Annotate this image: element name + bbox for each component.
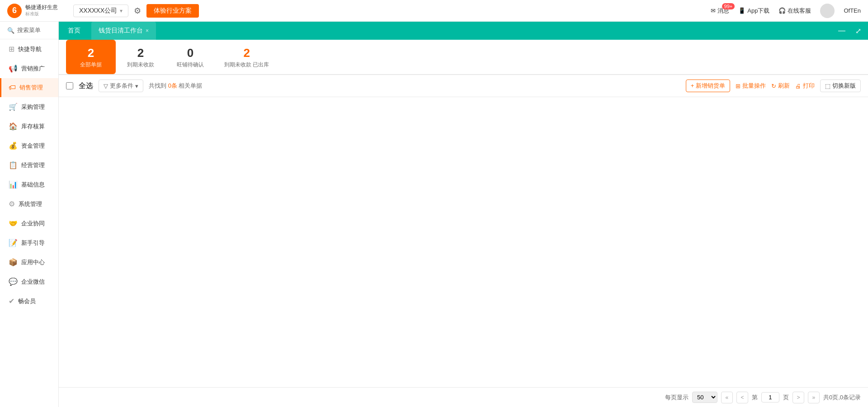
sidebar-item-operations[interactable]: 📋 经营管理: [0, 155, 58, 175]
tab-home[interactable]: 首页: [59, 22, 90, 40]
result-suffix: 相关单据: [179, 82, 202, 89]
sidebar-item-quick-nav[interactable]: ⊞ 快捷导航: [0, 39, 58, 59]
refresh-icon: ↻: [771, 83, 776, 89]
first-page-button[interactable]: «: [721, 392, 733, 403]
company-name: XXXXXX公司: [79, 7, 117, 15]
sidebar-item-purchase[interactable]: 🛒 采购管理: [0, 97, 58, 117]
search-label: 搜索菜单: [17, 26, 41, 34]
finance-icon: 💰: [9, 141, 18, 150]
inventory-label: 库存核算: [21, 122, 45, 131]
sidebar-item-inventory[interactable]: 🏠 库存核算: [0, 117, 58, 136]
company-selector[interactable]: XXXXXX公司 ▾: [73, 5, 128, 17]
avatar[interactable]: [820, 4, 835, 18]
page-size-label: 每页显示: [665, 393, 689, 402]
wechat-label: 企业微信: [21, 278, 45, 286]
result-count: 0条: [168, 82, 177, 89]
sidebar-item-member[interactable]: ✔ 畅会员: [0, 291, 58, 311]
tab-workbench[interactable]: 钱货日清工作台 ×: [91, 22, 156, 40]
online-service-button[interactable]: 🎧 在线客服: [778, 7, 811, 15]
marketing-label: 营销推广: [21, 65, 45, 73]
stats-tabs-container: 2 全部单据 2 到期未收款 0 旺铺待确认 2 到期未收款 已出库: [59, 40, 868, 75]
toolbar: 全选 ▽ 更多条件 ▾ 共找到 0条 相关单据 + 新增销货单 ⊞ 批量操作 ↻…: [59, 75, 868, 97]
sidebar-item-marketing[interactable]: 📢 营销推广: [0, 59, 58, 78]
sidebar-item-finance[interactable]: 💰 资金管理: [0, 136, 58, 155]
sidebar-search[interactable]: 🔍 搜索菜单: [0, 22, 58, 39]
logo-text-group: 畅捷通好生意 标准版: [25, 4, 58, 18]
footer-pagination: 每页显示 50 100 200 « < 第 页 > » 共0页,0条记录: [59, 387, 868, 407]
refresh-label: 刷新: [778, 82, 790, 90]
filter-dropdown-icon: ▾: [135, 83, 138, 89]
basic-info-label: 基础信息: [21, 181, 45, 189]
page-size-select[interactable]: 50 100 200: [692, 392, 717, 403]
settings-button[interactable]: ⚙: [134, 6, 141, 16]
inventory-icon: 🏠: [9, 122, 18, 131]
tab-workbench-label: 钱货日清工作台: [99, 27, 143, 35]
tab-overdue-label: 到期未收款: [125, 61, 156, 69]
tab-pending-num: 0: [175, 46, 206, 60]
logo-sub: 标准版: [25, 11, 58, 17]
page-suffix: 页: [783, 393, 789, 402]
search-icon: 🔍: [7, 27, 14, 34]
guide-label: 新手引导: [21, 239, 45, 247]
sidebar-item-system[interactable]: ⚙ 系统管理: [0, 194, 58, 214]
content-area: [59, 97, 868, 387]
tab-overdue-shipped-label: 到期未收款 已出库: [224, 61, 269, 69]
batch-icon: ⊞: [736, 83, 741, 89]
sidebar-item-wechat[interactable]: 💬 企业微信: [0, 272, 58, 291]
logo-text: 畅捷通好生意: [25, 4, 58, 11]
sidebar-item-cooperation[interactable]: 🤝 企业协同: [0, 214, 58, 233]
app-download-button[interactable]: 📱 App下载: [738, 7, 769, 15]
system-label: 系统管理: [19, 200, 42, 208]
finance-label: 资金管理: [21, 142, 45, 150]
guide-icon: 📝: [9, 239, 18, 247]
page-label: 第: [752, 393, 758, 402]
service-label: 在线客服: [788, 7, 811, 15]
print-label: 打印: [803, 82, 815, 90]
next-page-button[interactable]: >: [793, 392, 804, 403]
message-button[interactable]: ✉ 消息 99+: [711, 7, 729, 15]
tab-close-icon[interactable]: ×: [146, 28, 149, 34]
add-order-button[interactable]: + 新增销货单: [686, 80, 730, 92]
tab-pending[interactable]: 0 旺铺待确认: [165, 40, 215, 75]
prev-page-button[interactable]: <: [736, 392, 748, 403]
message-badge: 99+: [722, 3, 735, 9]
tab-actions: — ⤢: [835, 24, 868, 37]
sidebar-item-guide[interactable]: 📝 新手引导: [0, 233, 58, 253]
purchase-label: 采购管理: [21, 103, 45, 111]
tab-overdue-shipped-num: 2: [224, 46, 269, 60]
tab-overdue-shipped[interactable]: 2 到期未收款 已出库: [215, 40, 278, 75]
tab-minimize-button[interactable]: —: [835, 24, 848, 37]
trial-btn[interactable]: 体验行业方案: [146, 4, 199, 18]
top-header: 6 畅捷通好生意 标准版 XXXXXX公司 ▾ ⚙ 体验行业方案 ✉ 消息 99…: [0, 0, 868, 22]
tab-all[interactable]: 2 全部单据: [66, 40, 116, 74]
batch-operation-button[interactable]: ⊞ 批量操作: [736, 82, 766, 90]
tab-overdue-num: 2: [125, 46, 156, 60]
print-icon: 🖨: [795, 83, 801, 89]
result-prefix: 共找到: [149, 82, 166, 89]
refresh-button[interactable]: ↻ 刷新: [771, 82, 790, 90]
last-page-button[interactable]: »: [808, 392, 820, 403]
member-icon: ✔: [9, 297, 14, 305]
tab-maximize-button[interactable]: ⤢: [852, 24, 864, 37]
sidebar-item-sales[interactable]: 🏷 销售管理: [0, 78, 58, 97]
message-icon: ✉: [711, 7, 716, 14]
app-center-label: 应用中心: [21, 258, 45, 267]
tab-overdue[interactable]: 2 到期未收款: [116, 40, 165, 75]
switch-icon: ⬚: [825, 83, 830, 89]
header-right: ✉ 消息 99+ 📱 App下载 🎧 在线客服 OfTEn: [711, 4, 861, 18]
print-button[interactable]: 🖨 打印: [795, 82, 815, 90]
quick-nav-label: 快捷导航: [18, 45, 42, 53]
sidebar-item-app-center[interactable]: 📦 应用中心: [0, 253, 58, 272]
quick-nav-icon: ⊞: [9, 45, 14, 53]
page-number-input[interactable]: [761, 392, 779, 402]
cooperation-icon: 🤝: [9, 219, 18, 228]
result-text: 共找到 0条 相关单据: [149, 82, 202, 90]
tab-pending-label: 旺铺待确认: [175, 61, 206, 69]
filter-button[interactable]: ▽ 更多条件 ▾: [99, 80, 143, 92]
sidebar-item-basic-info[interactable]: 📊 基础信息: [0, 175, 58, 194]
tab-bar: 首页 钱货日清工作台 × — ⤢: [59, 22, 868, 40]
operations-label: 经营管理: [21, 161, 45, 169]
switch-version-button[interactable]: ⬚ 切换新版: [820, 80, 861, 92]
switch-label: 切换新版: [832, 82, 856, 90]
select-all-checkbox[interactable]: [66, 82, 73, 89]
